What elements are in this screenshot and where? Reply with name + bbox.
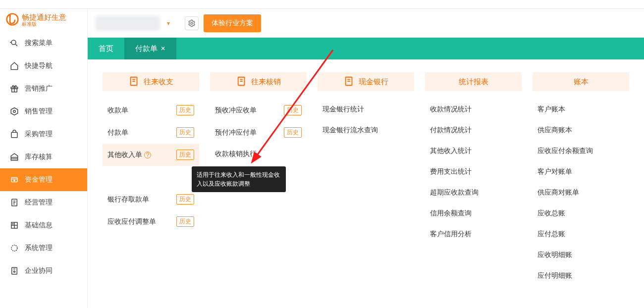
menu-row-0-2[interactable]: 其他收入单?历史 xyxy=(103,144,199,166)
row-label: 供应商账本 xyxy=(537,126,572,135)
brand-logo-icon xyxy=(6,13,19,26)
row-label: 费用支出统计 xyxy=(430,167,472,176)
menu-row-4-5[interactable]: 应收总账 xyxy=(533,203,629,224)
row-label: 应付明细账 xyxy=(537,271,572,280)
section-col-2: 现金银行现金银行统计现金银行流水查询 xyxy=(318,72,414,295)
menu-row-3-0[interactable]: 收款情况统计 xyxy=(425,99,522,120)
section-header: 往来收支 xyxy=(103,72,199,91)
svg-point-1 xyxy=(9,15,11,17)
row-label: 预付冲应付单 xyxy=(215,128,257,137)
menu-row-2-1[interactable]: 现金银行流水查询 xyxy=(318,120,414,141)
content-panel: 往来收支收款单历史付款单历史其他收入单?历史费用支出单历史银行存取款单历史应收应… xyxy=(88,59,644,308)
menu-row-4-4[interactable]: 供应商对账单 xyxy=(533,182,629,203)
tab-0[interactable]: 首页 xyxy=(88,38,124,59)
nav-label: 系统管理 xyxy=(25,244,53,253)
nav-label: 快捷导航 xyxy=(25,61,53,70)
history-badge[interactable]: 历史 xyxy=(284,127,302,138)
menu-row-3-6[interactable]: 客户信用分析 xyxy=(425,224,522,245)
nav-item-10[interactable]: 企业协同 xyxy=(0,259,87,282)
svg-rect-9 xyxy=(11,132,17,138)
row-label: 其他收入统计 xyxy=(430,147,472,155)
tab-label: 首页 xyxy=(99,44,113,53)
nav-item-2[interactable]: 营销推广 xyxy=(0,77,87,100)
svg-point-26 xyxy=(14,271,15,272)
menu-row-4-8[interactable]: 应付明细账 xyxy=(533,265,629,286)
nav-item-4[interactable]: 采购管理 xyxy=(0,123,87,146)
nav-item-3[interactable]: 销售管理 xyxy=(0,100,87,123)
history-badge[interactable]: 历史 xyxy=(284,105,302,115)
row-label: 应收应付余额查询 xyxy=(537,147,593,155)
tab-1[interactable]: 付款单✕ xyxy=(124,38,176,59)
experience-industry-button[interactable]: 体验行业方案 xyxy=(204,14,261,32)
row-label: 应收明细账 xyxy=(537,251,572,259)
menu-row-0-1[interactable]: 付款单历史 xyxy=(103,121,199,144)
menu-row-4-3[interactable]: 客户对账单 xyxy=(533,161,629,182)
help-icon[interactable]: ? xyxy=(144,152,151,158)
history-badge[interactable]: 历史 xyxy=(176,194,194,205)
nav-label: 销售管理 xyxy=(25,107,53,116)
svg-point-8 xyxy=(13,110,16,113)
menu-row-4-6[interactable]: 应付总账 xyxy=(533,224,629,245)
nav-item-9[interactable]: 系统管理 xyxy=(0,237,87,259)
row-label: 收款单 xyxy=(107,106,128,115)
team-icon xyxy=(10,266,19,275)
warehouse-icon xyxy=(10,153,19,161)
settings-button[interactable] xyxy=(185,16,199,30)
menu-row-0-4[interactable]: 银行存取款单历史 xyxy=(103,188,199,210)
nav-label: 营销推广 xyxy=(25,84,53,93)
svg-line-3 xyxy=(15,44,17,46)
nav-label: 资金管理 xyxy=(25,175,53,184)
section-title: 现金银行 xyxy=(359,77,388,87)
main-area: ▾ 体验行业方案 首页付款单✕ 往来收支收款单历史付款单历史其他收入单?历史费用… xyxy=(88,9,644,308)
tag-icon xyxy=(10,107,19,116)
section-icon xyxy=(344,76,355,88)
close-icon[interactable]: ✕ xyxy=(161,45,165,52)
menu-row-3-1[interactable]: 付款情况统计 xyxy=(425,120,522,141)
nav-label: 库存核算 xyxy=(25,153,53,161)
svg-point-22 xyxy=(12,223,13,224)
menu-row-1-2[interactable]: 收款核销执行 xyxy=(210,144,307,164)
menu-row-4-1[interactable]: 供应商账本 xyxy=(533,120,629,141)
row-label: 现金银行统计 xyxy=(322,105,364,114)
grid-icon xyxy=(10,221,19,230)
menu-row-1-1[interactable]: 预付冲应付单历史 xyxy=(210,121,307,144)
org-selector-blurred[interactable] xyxy=(96,16,160,31)
menu-row-0-5[interactable]: 应收应付调整单历史 xyxy=(103,210,199,233)
row-label: 收款核销执行 xyxy=(215,150,257,158)
history-badge[interactable]: 历史 xyxy=(176,150,194,160)
nav-item-6[interactable]: 资金管理 xyxy=(0,168,87,191)
menu-row-3-4[interactable]: 超期应收款查询 xyxy=(425,182,522,203)
section-title: 账本 xyxy=(574,77,589,87)
section-title: 往来收支 xyxy=(144,77,173,87)
menu-row-3-2[interactable]: 其他收入统计 xyxy=(425,141,522,161)
menu-row-1-0[interactable]: 预收冲应收单历史 xyxy=(210,99,307,121)
history-badge[interactable]: 历史 xyxy=(176,127,194,138)
menu-row-4-7[interactable]: 应收明细账 xyxy=(533,245,629,265)
nav-list: 搜索菜单快捷导航营销推广销售管理采购管理库存核算资金管理经营管理基础信息系统管理… xyxy=(0,32,87,308)
menu-row-2-0[interactable]: 现金银行统计 xyxy=(318,99,414,120)
brand-subtitle: 标准版 xyxy=(22,21,66,28)
row-label: 其他收入单? xyxy=(107,151,151,159)
nav-label: 采购管理 xyxy=(25,130,53,139)
chevron-down-icon[interactable]: ▾ xyxy=(167,20,170,27)
menu-row-3-3[interactable]: 费用支出统计 xyxy=(425,161,522,182)
nav-item-7[interactable]: 经营管理 xyxy=(0,191,87,214)
menu-row-4-2[interactable]: 应收应付余额查询 xyxy=(533,141,629,161)
section-body: 现金银行统计现金银行流水查询 xyxy=(318,91,414,141)
section-title: 统计报表 xyxy=(459,77,488,87)
history-badge[interactable]: 历史 xyxy=(176,105,194,115)
row-label: 银行存取款单 xyxy=(107,195,149,204)
menu-row-3-5[interactable]: 信用余额查询 xyxy=(425,203,522,224)
section-header: 现金银行 xyxy=(318,72,414,91)
nav-item-8[interactable]: 基础信息 xyxy=(0,214,87,237)
nav-item-5[interactable]: 库存核算 xyxy=(0,146,87,168)
row-label: 应付总账 xyxy=(537,230,565,239)
menu-row-0-0[interactable]: 收款单历史 xyxy=(103,99,199,121)
nav-item-1[interactable]: 快捷导航 xyxy=(0,54,87,77)
history-badge[interactable]: 历史 xyxy=(176,216,194,227)
section-header: 账本 xyxy=(533,72,629,91)
nav-item-0[interactable]: 搜索菜单 xyxy=(0,32,87,54)
window-top-gap xyxy=(0,0,644,9)
menu-row-4-0[interactable]: 客户账本 xyxy=(533,99,629,120)
row-label: 应收总账 xyxy=(537,209,565,218)
